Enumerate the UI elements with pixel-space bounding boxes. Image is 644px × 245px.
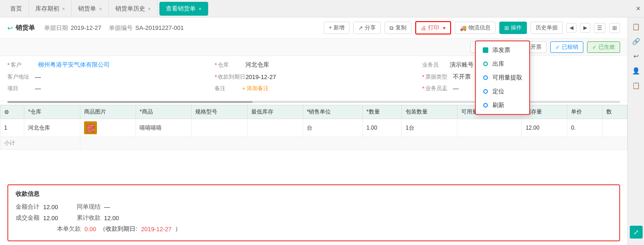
print-button[interactable]: 🖨 打印 ▾ (415, 21, 451, 34)
tab-view-sales[interactable]: 查看销货单 × (159, 2, 208, 16)
customer-field: * 客户 柳州粤港平安气体有限公司 (7, 61, 205, 69)
col-settings[interactable]: ⚙ (0, 105, 24, 119)
subtotal-label: 小计 (0, 137, 80, 150)
deal-amount: 成交金额 12.00 (16, 214, 58, 222)
effective-button[interactable]: ✓ 已生效 (587, 41, 620, 53)
history-button[interactable]: 历史单据 (531, 22, 563, 34)
tab-inventory-init[interactable]: 库存期初 × (29, 0, 72, 17)
main-close-button[interactable]: × (636, 5, 640, 13)
total-amount: 金额合计 12.00 (16, 203, 58, 211)
ops-button[interactable]: ⊞ 操作 (499, 22, 527, 34)
project-field: 项目 — (7, 85, 205, 92)
ops-dropdown-menu: 添发票 出库 可用量提取 定位 刷新 (475, 40, 530, 115)
cell-amount (602, 119, 627, 137)
copy-button[interactable]: ⧉ 复制 (384, 22, 412, 34)
cell-pack-qty: 1台 (402, 119, 458, 137)
ticket-type-value: 不开票 (453, 73, 471, 81)
tab-sales-history[interactable]: 销货单历史 × (109, 0, 158, 17)
dropdown-outbound[interactable]: 出库 (476, 57, 529, 71)
nav-next[interactable]: ▶ (580, 23, 590, 33)
payment-row-3: 本单欠款 0.00 （收款到期日: 2019-12-27 ） (16, 225, 612, 233)
col-pack-qty: 包装数量 (402, 105, 458, 119)
cell-warehouse: 河北仓库 (24, 119, 80, 137)
payment-date-field: * 收款到期日 2019-12-27 (215, 73, 412, 81)
col-unit: *销售单位 (303, 105, 362, 119)
copy-icon: ⧉ (390, 25, 394, 31)
cell-stock: 12.00 (522, 119, 567, 137)
col-warehouse: *仓库 (24, 105, 80, 119)
address-field: 客户地址 — (7, 73, 205, 81)
sidebar-link-icon[interactable]: 🔗 (630, 35, 643, 48)
nav-prev[interactable]: ◀ (566, 23, 576, 33)
dropdown-add-invoice[interactable]: 添发票 (476, 43, 529, 57)
scroll-thumb[interactable] (7, 101, 253, 103)
sidebar-copy2-icon[interactable]: 📋 (630, 79, 643, 92)
share-icon: ↗ (358, 25, 363, 31)
dropdown-available-extract[interactable]: 可用量提取 (476, 71, 529, 85)
owed-payment: 本单欠款 0.00 （收款到期日: 2019-12-27 ） (57, 225, 181, 233)
refresh-icon (482, 102, 489, 108)
tab-close-inventory[interactable]: × (62, 6, 65, 11)
add-note-button[interactable]: + 添加备注 (242, 85, 269, 92)
print-icon: 🖨 (421, 25, 426, 31)
col-image: 商品图片 (80, 105, 136, 119)
dropdown-refresh[interactable]: 刷新 (476, 98, 529, 112)
payment-row-1: 金额合计 12.00 同单现结 — (16, 203, 612, 211)
cell-unit: 台 (303, 119, 362, 137)
tab-close-sales[interactable]: × (99, 6, 102, 11)
logistics-icon: 🚚 (460, 25, 467, 31)
payment-date-value: 2019-12-27 (245, 74, 276, 80)
sidebar-doc-icon[interactable]: 📋 (630, 20, 643, 33)
ops-icon: ⊞ (504, 25, 509, 31)
warehouse-value: 河北仓库 (245, 61, 269, 69)
warehouse-field: * 仓库 河北仓库 (215, 61, 412, 69)
outbound-icon (482, 61, 489, 67)
items-table: ⚙ *仓库 商品图片 *商品 规格型号 最低库存 *销售单位 *数量 包装数量 … (0, 105, 627, 150)
right-sidebar: 📋 🔗 ↩ 👤 📋 ⤢ (627, 17, 644, 245)
view-list-button[interactable]: ⊞ (609, 23, 620, 33)
customer-value[interactable]: 柳州粤港平安气体有限公司 (38, 61, 110, 69)
share-button[interactable]: ↗ 分享 (353, 22, 381, 34)
col-price: 单价 (567, 105, 603, 119)
doc-title: 销货单 (16, 24, 35, 32)
effective-icon: ✓ (592, 44, 597, 51)
gear-icon[interactable]: ⚙ (4, 109, 9, 115)
cell-product: 嘻嘻嘻嘻 (136, 119, 191, 137)
sidebar-user-icon[interactable]: 👤 (630, 64, 643, 77)
note-field: 备注 + 添加备注 (215, 85, 412, 92)
sidebar-return-icon[interactable]: ↩ (630, 50, 643, 63)
status-row: 📱 来自手机 ● 未开票 ✓ 已核销 ✓ 已生效 (0, 39, 627, 56)
print-dropdown-arrow[interactable]: ▾ (443, 25, 446, 31)
view-grid-button[interactable]: ☰ (594, 23, 605, 33)
tab-sales-order[interactable]: 销货单 × (72, 0, 108, 17)
table-wrap: ⚙ *仓库 商品图片 *商品 规格型号 最低库存 *销售单位 *数量 包装数量 … (0, 105, 627, 181)
cell-image: 🧱 (80, 119, 136, 137)
logistics-button[interactable]: 🚚 物流信息 (455, 22, 496, 34)
confirm-button[interactable]: ✓ 已核销 (550, 41, 583, 53)
check-icon: ✓ (555, 44, 560, 51)
payment-title: 收款信息 (16, 190, 612, 198)
address-value: — (35, 74, 41, 80)
same-order: 同单现结 — (77, 203, 110, 211)
doc-meta: 单据日期 2019-12-27 单据编号 SA-20191227-001 (44, 24, 324, 32)
col-product: *商品 (136, 105, 191, 119)
tab-home[interactable]: 首页 (4, 0, 29, 17)
tab-close-history[interactable]: × (148, 6, 151, 11)
tab-close-view[interactable]: × (198, 6, 201, 11)
col-min-stock: 最低库存 (247, 105, 303, 119)
subtotal-row: 小计 (0, 137, 627, 150)
payment-section: 收款信息 金额合计 12.00 同单现结 — 成交金额 12.00 累计收款 (7, 184, 620, 241)
cell-spec (192, 119, 247, 137)
form-area: * 客户 柳州粤港平安气体有限公司 * 仓库 河北仓库 业务员 演示账号 客户地… (0, 56, 627, 101)
cell-min-stock (247, 119, 303, 137)
sidebar-expand-icon[interactable]: ⤢ (630, 226, 643, 239)
cumulative-payment: 累计收款 12.00 (77, 214, 119, 222)
tab-bar: 首页 库存期初 × 销货单 × 销货单历史 × 查看销货单 × × (0, 0, 644, 17)
dropdown-locate[interactable]: 定位 (476, 85, 529, 98)
cell-qty: 1.00 (362, 119, 401, 137)
cell-price: 0. (567, 119, 603, 137)
salesperson-value: 演示账号 (450, 61, 474, 69)
new-button[interactable]: + 新增 (324, 22, 350, 34)
cell-index: 1 (0, 119, 24, 137)
add-invoice-icon (482, 47, 489, 53)
